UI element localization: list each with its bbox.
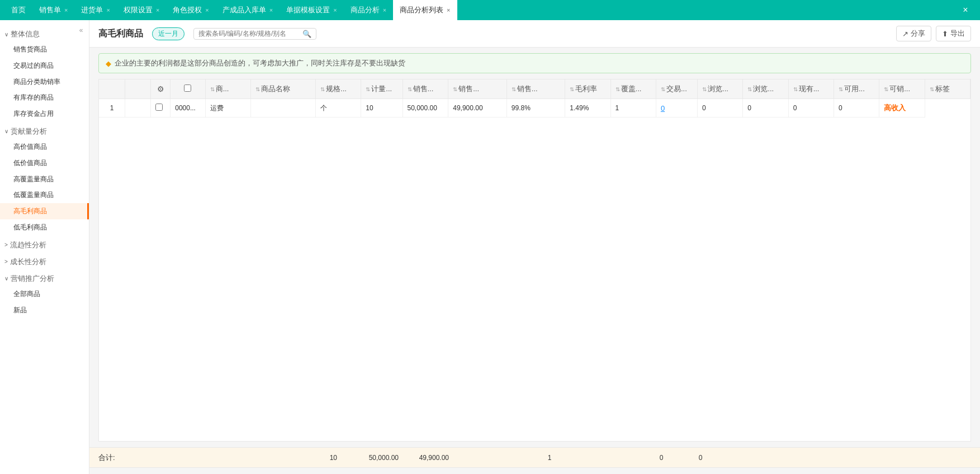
sort-icon: ⇅ [793,86,798,92]
col-header-gross-margin[interactable]: ⇅毛利率 [565,79,610,99]
nav-item-角色授权[interactable]: 角色授权× [166,0,215,20]
nav-item-商品分析列表[interactable]: 商品分析列表× [393,0,457,20]
sort-icon: ⇅ [570,86,574,92]
nav-item-单据模板设置[interactable]: 单据模板设置× [280,0,343,20]
sidebar-item-1-2[interactable]: 高覆盖量商品 [0,171,89,187]
time-filter-button[interactable]: 近一月 [152,27,184,40]
sidebar-item-0-2[interactable]: 商品分类助销率 [0,74,89,90]
sidebar-group-arrow-icon: ∨ [4,128,8,134]
nav-item-商品分析[interactable]: 商品分析× [344,0,393,20]
sidebar-item-1-1[interactable]: 低价值商品 [0,155,89,171]
col-header-trade[interactable]: ⇅交易... [656,79,697,99]
sidebar-group-3[interactable]: >成长性分析 [0,252,89,269]
col-header-index [125,79,150,99]
col-header-sales-count[interactable]: ⇅销售... [403,79,448,99]
col-header-unit[interactable]: ⇅计量... [361,79,403,99]
sidebar-item-1-5[interactable]: 低毛利商品 [0,219,89,236]
col-header-checkbox[interactable] [171,79,205,99]
nav-item-销售单[interactable]: 销售单× [32,0,74,20]
row-checkbox[interactable] [151,99,171,118]
export-button[interactable]: ⬆ 导出 [936,26,971,41]
sort-icon: ⇅ [210,86,215,92]
col-header-settings[interactable]: ⚙ [151,79,171,99]
col-label-name: 商品名称 [261,85,290,93]
browse-link[interactable]: 0 [661,104,665,112]
row-browse2: 0 [698,99,743,118]
sidebar-item-1-0[interactable]: 高价值商品 [0,139,89,155]
col-label-trade: 交易... [666,85,687,93]
sort-icon: ⇅ [366,86,370,92]
sidebar-group-arrow-icon: > [4,259,8,265]
select-all-checkbox[interactable] [184,85,191,92]
main-layout: « ∨整体信息销售货商品交易过的商品商品分类助销率有库存的商品库存资金占用∨贡献… [0,20,980,474]
col-header-sales-profit[interactable]: ⇅销售... [506,79,565,99]
search-icon[interactable]: 🔍 [302,30,311,38]
data-table: ⚙⇅商...⇅商品名称⇅规格...⇅计量...⇅销售...⇅销售...⇅销售..… [99,79,970,118]
global-close-button[interactable]: × [955,0,976,20]
nav-item-首页[interactable]: 首页 [4,0,32,20]
col-header-current-stock[interactable]: ⇅现有... [788,79,834,99]
nav-item-进货单[interactable]: 进货单× [74,0,116,20]
nav-close-icon[interactable]: × [447,7,450,13]
sidebar-item-4-0[interactable]: 全部商品 [0,286,89,302]
nav-close-icon[interactable]: × [106,7,110,13]
sidebar-group-1[interactable]: ∨贡献量分析 [0,122,89,139]
col-header-name[interactable]: ⇅商品名称 [250,79,315,99]
table-container[interactable]: ⚙⇅商...⇅商品名称⇅规格...⇅计量...⇅销售...⇅销售...⇅销售..… [98,79,971,442]
col-header-code[interactable]: ⇅商... [205,79,250,99]
sidebar: « ∨整体信息销售货商品交易过的商品商品分类助销率有库存的商品库存资金占用∨贡献… [0,20,89,474]
row-unit: 个 [316,99,361,118]
nav-close-icon[interactable]: × [383,7,386,13]
nav-item-权限设置[interactable]: 权限设置× [117,0,166,20]
col-header-coverage[interactable]: ⇅覆盖... [610,79,656,99]
sidebar-group-arrow-icon: ∨ [4,275,8,281]
nav-close-icon[interactable]: × [64,7,68,13]
col-header-browse1[interactable]: ⇅浏览... [698,79,743,99]
sidebar-item-1-3[interactable]: 低覆盖量商品 [0,187,89,203]
footer-cell-6: 10 [325,454,364,462]
sidebar-group-4[interactable]: ∨营销推广分析 [0,269,89,286]
col-header-sellable[interactable]: ⇅可销... [879,79,925,99]
share-icon: ↗ [902,30,908,38]
row-name: 运费 [205,99,250,118]
nav-close-icon[interactable]: × [333,7,337,13]
sidebar-item-0-3[interactable]: 有库存的商品 [0,90,89,106]
sort-icon: ⇅ [255,86,260,92]
sidebar-item-0-1[interactable]: 交易过的商品 [0,58,89,74]
row-tag: 高收入 [879,99,925,118]
page-title: 高毛利商品 [98,28,143,40]
row-code: 0000... [171,99,205,118]
row-sales-profit: 49,900.00 [448,99,507,118]
tag-badge: 高收入 [884,104,906,112]
sidebar-item-0-4[interactable]: 库存资金占用 [0,106,89,122]
row-select-checkbox[interactable] [155,104,163,111]
share-button[interactable]: ↗ 分享 [896,26,931,41]
nav-item-产成品入库单[interactable]: 产成品入库单× [216,0,280,20]
sidebar-item-1-4[interactable]: 高毛利商品 [0,203,89,219]
col-header-sales-amount[interactable]: ⇅销售... [448,79,507,99]
scrollbar-area[interactable] [89,467,980,474]
sort-icon: ⇅ [616,86,620,92]
col-header-available[interactable]: ⇅可用... [834,79,879,99]
search-input[interactable] [198,30,302,37]
footer-cell-15: 0 [694,454,733,462]
row-browse1[interactable]: 0 [656,99,697,118]
col-label-browse2: 浏览... [753,85,774,93]
col-label-sales-count: 销售... [413,85,434,93]
row-index: 1 [99,99,125,118]
nav-close-icon[interactable]: × [156,7,159,13]
sidebar-item-0-0[interactable]: 销售货商品 [0,41,89,58]
col-label-coverage: 覆盖... [621,85,642,93]
col-header-browse2[interactable]: ⇅浏览... [743,79,788,99]
sidebar-collapse-button[interactable]: « [75,25,87,36]
sidebar-item-4-1[interactable]: 新品 [0,302,89,318]
footer-cell-14: 0 [655,454,694,462]
col-header-index [99,79,125,99]
nav-close-icon[interactable]: × [269,7,273,13]
col-label-spec: 规格... [326,85,347,93]
sidebar-group-2[interactable]: >流趋性分析 [0,236,89,252]
col-header-tag[interactable]: ⇅标签 [925,79,970,99]
row-available: 0 [788,99,834,118]
nav-close-icon[interactable]: × [205,7,209,13]
col-header-spec[interactable]: ⇅规格... [316,79,361,99]
